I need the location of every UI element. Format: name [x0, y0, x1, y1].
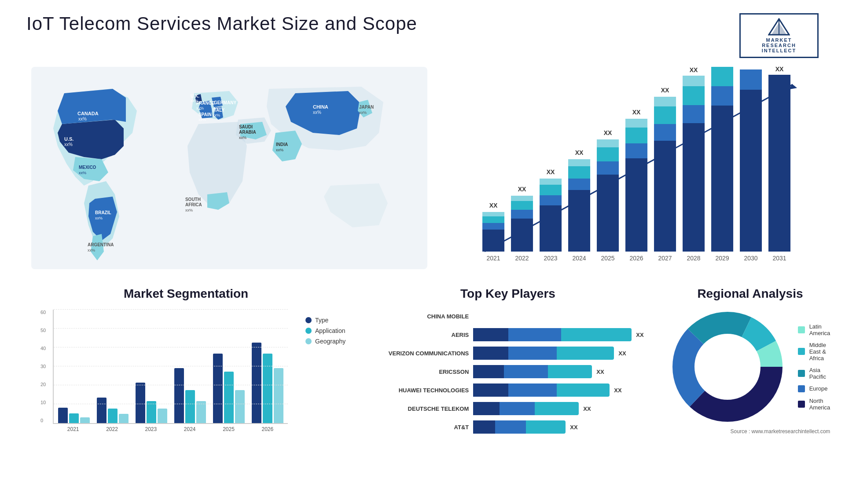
svg-text:XX: XX [518, 186, 526, 193]
players-title: Top Key Players [363, 287, 652, 301]
svg-text:xx%: xx% [198, 117, 206, 122]
svg-rect-50 [540, 185, 562, 195]
label-asia-pacific: Asia Pacific [809, 367, 830, 380]
player-row-deutsche: DEUTSCHE TELEKOM XX [372, 402, 643, 415]
bar-app-2023 [147, 401, 156, 423]
legend-label-application: Application [315, 327, 345, 334]
svg-rect-64 [625, 143, 647, 158]
svg-rect-83 [768, 75, 790, 252]
svg-rect-75 [683, 86, 705, 105]
svg-text:2030: 2030 [744, 255, 757, 262]
player-bar-china-mobile [473, 310, 643, 323]
legend-label-type: Type [315, 317, 328, 324]
player-xx-huawei: XX [614, 387, 621, 394]
svg-text:SAUDI: SAUDI [239, 124, 253, 129]
svg-text:xx%: xx% [185, 208, 193, 212]
grid-line-50 [54, 328, 288, 329]
bar-geo-2026 [274, 368, 283, 423]
player-row-huawei: HUAWEI TECHNOLOGIES XX [372, 383, 643, 397]
svg-rect-76 [683, 76, 705, 86]
bar-group-2026 [252, 343, 283, 423]
player-name-verizon: VERIZON COMMUNICATIONS [372, 350, 469, 357]
svg-rect-69 [654, 124, 676, 141]
player-name-aeris: AERIS [372, 332, 469, 338]
svg-text:JAPAN: JAPAN [359, 105, 374, 110]
logo: MARKET RESEARCH INTELLECT [739, 13, 819, 58]
logo-line2: RESEARCH [762, 43, 796, 48]
svg-rect-46 [511, 196, 533, 201]
svg-rect-53 [568, 190, 590, 252]
label-europe: Europe [809, 385, 828, 392]
svg-text:CHINA: CHINA [313, 104, 328, 110]
x-label-2022: 2022 [96, 426, 128, 432]
bar-group-2023 [136, 383, 167, 423]
svg-rect-71 [654, 97, 676, 106]
legend-mea: Middle East & Africa [798, 342, 830, 362]
svg-rect-54 [568, 179, 590, 190]
svg-text:xx%: xx% [359, 110, 367, 115]
svg-text:XX: XX [489, 202, 498, 209]
legend-north-america: North America [798, 398, 830, 411]
player-name-ericsson: ERICSSON [372, 369, 469, 375]
growth-chart-container: XX XX XX XX XX [450, 67, 819, 269]
label-north-america: North America [809, 398, 830, 411]
svg-rect-70 [654, 106, 676, 124]
x-axis: 2021 2022 2023 2024 2025 2026 [53, 424, 288, 435]
logo-line1: MARKET [766, 37, 792, 43]
regional-title: Regional Analysis [670, 287, 830, 301]
svg-rect-45 [511, 201, 533, 210]
logo-line3: INTELLECT [762, 48, 797, 53]
bar-group-2022 [97, 398, 129, 423]
svg-text:CANADA: CANADA [77, 111, 99, 116]
svg-text:XX: XX [775, 67, 784, 73]
svg-point-101 [697, 336, 758, 398]
svg-text:xx%: xx% [313, 110, 321, 115]
svg-text:XX: XX [604, 129, 612, 136]
bar-type-2026 [252, 343, 261, 423]
player-name-att: AT&T [372, 424, 469, 431]
world-map-container: CANADA xx% U.S. xx% MEXICO xx% BRAZIL xx… [26, 67, 432, 269]
player-bar-att: XX [473, 420, 643, 434]
label-mea: Middle East & Africa [809, 342, 830, 362]
svg-text:XX: XX [690, 67, 698, 73]
regional-chart: Latin America Middle East & Africa Asia … [670, 310, 830, 424]
segmentation-legend: Type Application Geography [297, 317, 345, 435]
donut-svg [670, 310, 785, 424]
bar-app-2026 [263, 354, 272, 423]
svg-rect-59 [597, 161, 619, 175]
svg-rect-44 [511, 210, 533, 219]
regional-section: Regional Analysis [670, 287, 830, 439]
color-latin-america [798, 326, 805, 333]
svg-text:xx%: xx% [196, 106, 204, 110]
bar-geo-2021 [80, 417, 90, 423]
svg-rect-63 [625, 158, 647, 252]
svg-text:SOUTH: SOUTH [185, 197, 201, 202]
bar-type-2022 [97, 398, 107, 423]
svg-text:ARGENTINA: ARGENTINA [88, 242, 114, 247]
svg-text:xx%: xx% [78, 117, 87, 121]
x-label-2025: 2025 [213, 426, 244, 432]
svg-text:xx%: xx% [64, 142, 73, 147]
svg-rect-43 [511, 219, 533, 252]
svg-rect-60 [597, 147, 619, 161]
svg-text:U.S.: U.S. [64, 136, 73, 142]
svg-text:2025: 2025 [601, 255, 614, 262]
svg-text:ITALY: ITALY [213, 108, 225, 113]
svg-text:XX: XX [632, 109, 641, 116]
player-bar-verizon: XX [473, 347, 643, 360]
top-section: CANADA xx% U.S. xx% MEXICO xx% BRAZIL xx… [26, 67, 819, 269]
bar-group-2025 [213, 354, 245, 423]
bottom-section: Market Segmentation 60 50 40 30 [26, 287, 819, 439]
svg-rect-73 [683, 123, 705, 252]
player-name-huawei: HUAWEI TECHNOLOGIES [372, 387, 469, 394]
player-row-aeris: AERIS XX [372, 328, 643, 341]
legend-europe: Europe [798, 385, 830, 392]
svg-rect-58 [597, 175, 619, 252]
bar-app-2022 [108, 409, 118, 423]
x-label-2026: 2026 [252, 426, 283, 432]
svg-rect-81 [740, 90, 762, 252]
player-xx-ericsson: XX [596, 369, 604, 375]
color-north-america [798, 401, 805, 408]
legend-latin-america: Latin America [798, 323, 830, 336]
segmentation-title: Market Segmentation [26, 287, 345, 301]
